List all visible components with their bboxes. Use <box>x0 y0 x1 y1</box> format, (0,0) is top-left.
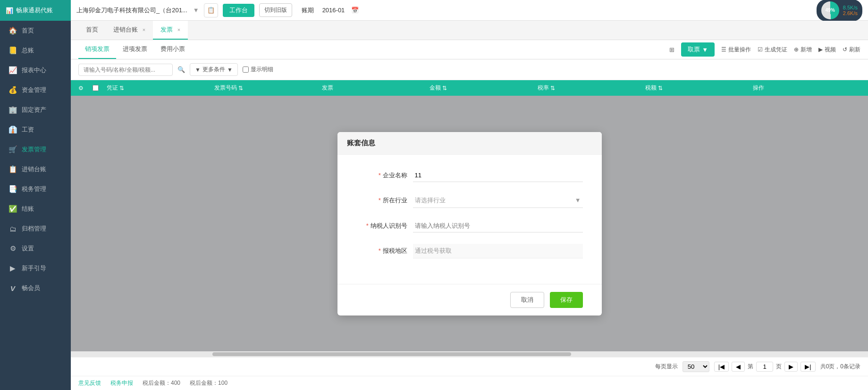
sidebar-item-finance[interactable]: 💰 资金管理 <box>0 80 71 100</box>
guide-icon: ▶ <box>8 264 17 273</box>
save-button[interactable]: 保存 <box>550 292 583 308</box>
sidebar-item-label: 总账 <box>22 46 34 55</box>
next-page-button[interactable]: ▶ <box>784 362 798 372</box>
company-name: 上海卯金刀电子科技有限公司_（台201... <box>76 6 187 15</box>
speed-down: 2.6K/s <box>843 10 858 16</box>
footer-pagination: 每页显示 50 100 |◀ ◀ 第 页 ▶ ▶| 共0页，0条记录 <box>71 357 868 376</box>
salary-icon: 👔 <box>8 125 17 134</box>
speed-values: 8.5K/s 2.6K/s <box>843 5 858 16</box>
company-name-row: * 企业名称 <box>356 169 583 182</box>
close-sales-ledger-icon[interactable]: × <box>143 27 145 33</box>
company-name-input[interactable] <box>413 169 583 182</box>
settings-icon: ⚙ <box>8 244 17 253</box>
header-amount[interactable]: 金额 ⇅ <box>430 84 537 92</box>
tax-region-readonly: 通过税号获取 <box>413 244 583 258</box>
company-dropdown-icon[interactable]: ▼ <box>193 7 199 14</box>
cancel-button[interactable]: 取消 <box>510 292 544 308</box>
first-page-button[interactable]: |◀ <box>714 362 729 372</box>
header-tax-amount[interactable]: 税额 ⇅ <box>645 84 753 92</box>
sidebar-item-reports[interactable]: 📈 报表中心 <box>0 60 71 80</box>
header-checkbox[interactable] <box>93 85 107 91</box>
show-detail-checkbox[interactable] <box>243 66 249 73</box>
sort-icon: ⇅ <box>238 85 243 91</box>
sidebar-item-sales-ledger[interactable]: 📋 进销台账 <box>0 159 71 179</box>
tab-sales-ledger[interactable]: 进销台账 × <box>106 21 153 40</box>
video-button[interactable]: ▶ 视频 <box>818 46 836 54</box>
filter-button[interactable]: ▼ 更多条件 ▼ <box>190 63 238 76</box>
video-icon: ▶ <box>818 46 823 53</box>
calendar-icon[interactable]: 📅 <box>351 7 359 14</box>
industry-select[interactable]: 请选择行业 ▼ <box>413 193 583 208</box>
old-version-button[interactable]: 切到旧版 <box>259 3 292 17</box>
percent-circle: 49% <box>821 1 839 19</box>
total-info: 共0页，0条记录 <box>820 363 860 371</box>
sort-icon: ⇅ <box>658 85 663 91</box>
prev-page-button[interactable]: ◀ <box>732 362 745 372</box>
show-detail-label: 显示明细 <box>251 66 273 74</box>
tax-id-row: * 纳税人识别号 <box>356 219 583 232</box>
sidebar-item-label: 畅会员 <box>22 284 40 292</box>
tax-declare-link[interactable]: 税务申报 <box>110 379 133 387</box>
sub-tab-actions: ⊞ 取票 ▼ ☰ 批量操作 ☑ 生成凭证 ⊕ 新增 ▶ <box>669 42 860 57</box>
header-voucher[interactable]: 凭证 ⇅ <box>107 84 214 92</box>
select-all-checkbox[interactable] <box>93 85 99 91</box>
workbench-button[interactable]: 工作台 <box>223 4 254 17</box>
pagination: |◀ ◀ 第 页 ▶ ▶| <box>714 362 816 372</box>
sort-icon: ⇅ <box>119 85 124 91</box>
sort-icon: ⇅ <box>442 85 447 91</box>
sidebar-item-ledger[interactable]: 📒 总账 <box>0 41 71 60</box>
sidebar-item-checkout[interactable]: ✅ 结账 <box>0 199 71 219</box>
sub-tab-purchase[interactable]: 进项发票 <box>116 40 154 59</box>
tax-region-label: * 报税地区 <box>356 247 413 255</box>
sub-tab-expense[interactable]: 费用小票 <box>154 40 192 59</box>
tax-id-input[interactable] <box>413 219 583 232</box>
sidebar-item-guide[interactable]: ▶ 新手引导 <box>0 258 71 278</box>
sidebar-item-label: 设置 <box>22 244 34 253</box>
member-icon: V <box>8 284 17 292</box>
page-input[interactable] <box>756 362 773 372</box>
close-invoices-icon[interactable]: × <box>177 27 180 33</box>
main-content: 上海卯金刀电子科技有限公司_（台201... ▼ 📋 工作台 切到旧版 账期 2… <box>71 0 868 390</box>
sidebar-item-assets[interactable]: 🏢 固定资产 <box>0 100 71 120</box>
refresh-button[interactable]: ↺ 刷新 <box>843 46 860 54</box>
nav-tabs: 首页 进销台账 × 发票 × <box>71 21 868 40</box>
sidebar-item-invoices[interactable]: 🛒 发票管理 <box>0 140 71 159</box>
scrollbar-thumb[interactable] <box>212 352 571 356</box>
batch-op-icon: ☰ <box>721 46 726 53</box>
sidebar-item-member[interactable]: V 畅会员 <box>0 278 71 298</box>
tab-invoices[interactable]: 发票 × <box>153 21 188 40</box>
sidebar-item-salary[interactable]: 👔 工资 <box>0 120 71 140</box>
assets-icon: 🏢 <box>8 106 17 114</box>
feedback-link[interactable]: 意见反馈 <box>78 379 101 387</box>
industry-label: * 所在行业 <box>356 196 413 205</box>
finance-icon: 💰 <box>8 86 17 94</box>
header-invoice-type[interactable]: 发票 <box>322 84 430 92</box>
tab-home[interactable]: 首页 <box>78 21 106 40</box>
last-page-button[interactable]: ▶| <box>801 362 815 372</box>
new-button[interactable]: ⊕ 新增 <box>794 46 812 54</box>
grid-view-button[interactable]: ⊞ <box>669 46 674 53</box>
sidebar-item-home[interactable]: 🏠 首页 <box>0 21 71 41</box>
page-prefix: 第 <box>748 363 753 371</box>
sort-icon: ⇅ <box>550 85 555 91</box>
industry-row: * 所在行业 请选择行业 ▼ <box>356 193 583 208</box>
header-tax-rate[interactable]: 税率 ⇅ <box>538 84 645 92</box>
take-invoice-button[interactable]: 取票 ▼ <box>681 42 715 57</box>
horizontal-scrollbar[interactable] <box>71 351 868 357</box>
sub-tab-sales[interactable]: 销项发票 <box>78 40 116 59</box>
per-page-select[interactable]: 50 100 <box>683 361 709 372</box>
search-icon[interactable]: 🔍 <box>177 66 185 73</box>
header-invoice-number[interactable]: 发票号码 ⇅ <box>214 84 322 92</box>
sidebar-item-settings[interactable]: ⚙ 设置 <box>0 239 71 258</box>
speed-indicator: 49% 8.5K/s 2.6K/s <box>817 0 862 21</box>
search-input[interactable] <box>78 64 173 76</box>
header-settings[interactable]: ⚙ <box>78 85 93 91</box>
batch-op-button[interactable]: ☰ 批量操作 <box>721 46 751 54</box>
copy-button[interactable]: 📋 <box>204 3 218 17</box>
sidebar-item-label: 归档管理 <box>22 224 46 233</box>
table-header: ⚙ 凭证 ⇅ 发票号码 ⇅ 发票 金额 ⇅ 税率 ⇅ <box>71 80 868 96</box>
sidebar-item-archive[interactable]: 🗂 归档管理 <box>0 219 71 239</box>
sidebar-item-label: 首页 <box>22 26 34 35</box>
sidebar-item-tax[interactable]: 📑 税务管理 <box>0 179 71 199</box>
generate-voucher-button[interactable]: ☑ 生成凭证 <box>758 46 787 54</box>
